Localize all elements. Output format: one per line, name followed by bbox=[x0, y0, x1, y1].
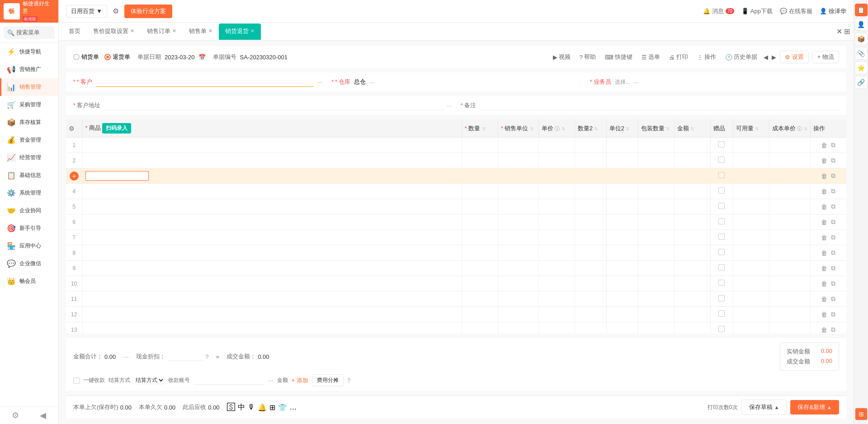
settings-btn[interactable]: ⚙ 设置 bbox=[780, 51, 809, 63]
help-btn[interactable]: ? 帮助 bbox=[577, 52, 599, 62]
col-amount-sort[interactable]: ⇅ bbox=[690, 126, 694, 131]
right-panel-btn-6[interactable]: 🔗 bbox=[855, 76, 868, 89]
row-4-copy-btn[interactable]: ⧉ bbox=[830, 186, 836, 196]
col-gear-icon[interactable]: ⚙ bbox=[69, 125, 75, 132]
row-2-gift[interactable] bbox=[710, 153, 733, 168]
row-1-qty2[interactable] bbox=[575, 138, 606, 153]
header-gear-btn[interactable]: ⚙ bbox=[111, 5, 121, 17]
row-1-amount[interactable] bbox=[674, 138, 710, 153]
sidebar-item-finance[interactable]: 💰 资金管理 bbox=[0, 131, 58, 149]
row-3-unit-price[interactable] bbox=[538, 168, 575, 184]
row-1-cost-price[interactable] bbox=[769, 138, 810, 153]
video-btn[interactable]: ▶ 视频 bbox=[550, 52, 573, 62]
sidebar-item-basic[interactable]: 📋 基础信息 bbox=[0, 167, 58, 184]
row-3-gift[interactable] bbox=[710, 168, 733, 184]
tab-price-settings[interactable]: 售价提取设置 ✕ bbox=[87, 24, 141, 40]
row-1-delete-btn[interactable]: 🗑 bbox=[820, 141, 828, 150]
gift-checkbox-1[interactable] bbox=[718, 141, 725, 148]
row-2-unit2[interactable] bbox=[606, 153, 638, 168]
address-dots[interactable]: ··· bbox=[447, 102, 452, 109]
salesperson-select[interactable]: 选择... bbox=[615, 78, 630, 86]
row-1-product[interactable] bbox=[82, 138, 462, 153]
customer-input[interactable] bbox=[96, 77, 314, 87]
sidebar-item-shortcut[interactable]: ⚡ 快捷导航 bbox=[0, 43, 58, 61]
account-input[interactable] bbox=[193, 376, 265, 385]
row-1-package-qty[interactable] bbox=[638, 138, 674, 153]
experience-btn[interactable]: 体验行业方案 bbox=[124, 5, 172, 18]
tab-sales-out[interactable]: 销售单 ✕ bbox=[183, 24, 219, 40]
row-2-delete-btn[interactable]: 🗑 bbox=[820, 156, 828, 165]
sidebar-item-member[interactable]: 👑 畅会员 bbox=[0, 272, 58, 290]
tab-close-all-btn[interactable]: ✕ bbox=[836, 27, 842, 36]
row-2-product[interactable] bbox=[82, 153, 462, 168]
warehouse-dots[interactable]: ··· bbox=[369, 79, 374, 86]
tab-home[interactable]: 首页 bbox=[62, 24, 87, 40]
col-unit2-sort[interactable]: ⇅ bbox=[626, 126, 629, 131]
row-13-delete-btn[interactable]: 🗑 bbox=[820, 325, 828, 334]
col-qty-sort[interactable]: ⇅ bbox=[482, 126, 486, 131]
col-cost-price-info[interactable]: ⓘ bbox=[797, 126, 802, 131]
discount-help[interactable]: ? bbox=[205, 353, 208, 360]
row-1-sales-unit[interactable] bbox=[498, 138, 538, 153]
scan-btn[interactable]: 扫码录入 bbox=[102, 123, 131, 133]
row-7-delete-btn[interactable]: 🗑 bbox=[820, 233, 828, 242]
radio-return[interactable]: 退货单 bbox=[104, 53, 130, 61]
print-btn[interactable]: 🖨 打印 bbox=[666, 52, 691, 62]
col-qty2-sort[interactable]: ⇅ bbox=[594, 126, 598, 131]
col-unit-price-sort[interactable]: ⇅ bbox=[561, 126, 565, 131]
row-1-unit2[interactable] bbox=[606, 138, 638, 153]
sidebar-settings-btn[interactable]: ⚙ bbox=[4, 410, 28, 420]
row-6-delete-btn[interactable]: 🗑 bbox=[820, 218, 828, 227]
customer-dots[interactable]: ··· bbox=[317, 79, 322, 86]
calendar-icon[interactable]: 📅 bbox=[198, 54, 206, 61]
add-payment-btn[interactable]: + 添加 bbox=[292, 376, 308, 385]
sidebar-item-purchase[interactable]: 🛒 采购管理 bbox=[0, 96, 58, 114]
row-11-copy-btn[interactable]: ⧉ bbox=[830, 294, 836, 304]
row-6-copy-btn[interactable]: ⧉ bbox=[830, 217, 836, 227]
notification-action[interactable]: 🔔 消息 70 bbox=[703, 7, 734, 15]
discount-input[interactable] bbox=[167, 352, 203, 361]
row-3-product[interactable] bbox=[82, 168, 462, 184]
tab-sales-return[interactable]: 销货退货 ✕ bbox=[219, 24, 261, 40]
operation-btn[interactable]: ⋮ 操作 bbox=[694, 52, 719, 62]
row-2-available[interactable] bbox=[733, 153, 769, 168]
row-3-copy-btn[interactable]: ⧉ bbox=[830, 171, 836, 181]
online-service-action[interactable]: 💬 在线客服 bbox=[780, 7, 812, 15]
sidebar-item-marketing[interactable]: 📢 营销推广 bbox=[0, 61, 58, 78]
history-prev-btn[interactable]: ◀ bbox=[764, 54, 768, 61]
user-action[interactable]: 👤 徐泽华 bbox=[820, 7, 846, 15]
row-5-delete-btn[interactable]: 🗑 bbox=[820, 202, 828, 211]
row-1-available[interactable] bbox=[733, 138, 769, 153]
history-next-btn[interactable]: ▶ bbox=[772, 54, 776, 61]
tab-sales-out-close[interactable]: ✕ bbox=[208, 28, 212, 34]
tab-maximize-btn[interactable]: ⊞ bbox=[844, 27, 850, 36]
sidebar-item-appstore[interactable]: 🏪 应用中心 bbox=[0, 237, 58, 255]
save-new-btn[interactable]: 保存&新增 ▲ bbox=[790, 400, 839, 414]
row-4-delete-btn[interactable]: 🗑 bbox=[820, 187, 828, 196]
row-5-copy-btn[interactable]: ⧉ bbox=[830, 202, 836, 211]
row-2-qty2[interactable] bbox=[575, 153, 606, 168]
row-3-unit2[interactable] bbox=[606, 168, 638, 184]
row-2-copy-btn[interactable]: ⧉ bbox=[830, 156, 836, 165]
row-3-qty[interactable] bbox=[462, 168, 498, 184]
row-1-qty[interactable] bbox=[462, 138, 498, 153]
add-logistics-btn[interactable]: + 物流 bbox=[812, 51, 839, 63]
row-9-delete-btn[interactable]: 🗑 bbox=[820, 264, 828, 273]
row-1-gift[interactable] bbox=[710, 138, 733, 153]
row-3-product-input[interactable] bbox=[85, 171, 149, 181]
sidebar-item-sales[interactable]: 📊 销售管理 bbox=[0, 78, 58, 96]
row-2-cost-price[interactable] bbox=[769, 153, 810, 168]
row-11-delete-btn[interactable]: 🗑 bbox=[820, 295, 828, 304]
row-1-copy-btn[interactable]: ⧉ bbox=[830, 140, 836, 150]
col-package-qty-sort[interactable]: ⇅ bbox=[666, 126, 670, 131]
app-download-action[interactable]: 📱 App下载 bbox=[741, 7, 773, 15]
row-2-amount[interactable] bbox=[674, 153, 710, 168]
address-input[interactable] bbox=[104, 100, 443, 110]
row-1-unit-price[interactable] bbox=[538, 138, 575, 153]
gift-checkbox-3[interactable] bbox=[718, 172, 725, 178]
daily-select[interactable]: 日用百货 ▼ bbox=[66, 5, 107, 18]
row-3-amount[interactable] bbox=[674, 168, 710, 184]
gift-checkbox-2[interactable] bbox=[718, 157, 725, 163]
select-btn[interactable]: ☰ 选单 bbox=[639, 52, 663, 62]
row-7-copy-btn[interactable]: ⧉ bbox=[830, 233, 836, 242]
